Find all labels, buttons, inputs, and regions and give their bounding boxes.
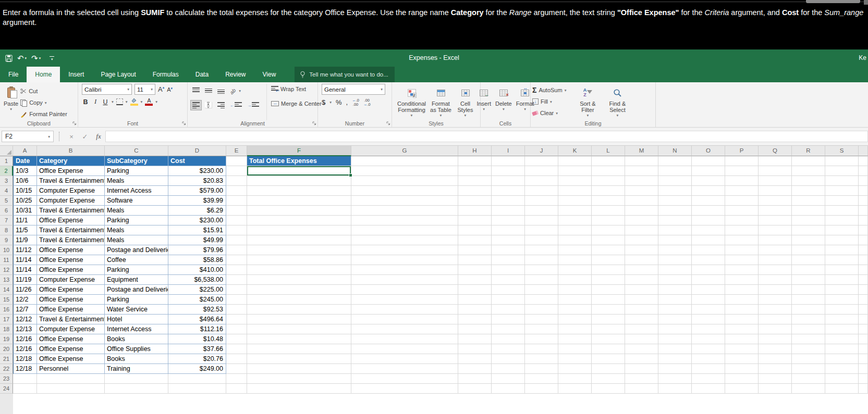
cell-I15[interactable] <box>492 295 525 305</box>
tab-insert[interactable]: Insert <box>60 67 92 82</box>
cell-G20[interactable] <box>351 344 458 354</box>
number-format-combo[interactable]: General ▾ <box>322 84 385 95</box>
col-header-C[interactable]: C <box>105 146 168 156</box>
cell-E13[interactable] <box>226 275 247 285</box>
cell-E4[interactable] <box>226 186 247 196</box>
cell-D4[interactable]: $579.00 <box>168 186 226 196</box>
cell-Q18[interactable] <box>759 324 792 334</box>
cell-R24[interactable] <box>792 384 825 394</box>
cell-E24[interactable] <box>226 384 247 394</box>
cell-O17[interactable] <box>692 315 725 324</box>
cell-R15[interactable] <box>792 295 825 305</box>
sort-filter-button[interactable]: AZ Sort & Filter ▾ <box>572 84 603 120</box>
chevron-down-icon[interactable]: ▾ <box>617 113 619 118</box>
cell-I11[interactable] <box>492 255 525 265</box>
cell-A7[interactable]: 11/1 <box>13 216 37 225</box>
cell-O22[interactable] <box>692 364 725 374</box>
cell-O11[interactable] <box>692 255 725 265</box>
autosum-button[interactable]: Σ AutoSum ▾ <box>532 85 566 95</box>
cell-O20[interactable] <box>692 344 725 354</box>
cell-N16[interactable] <box>658 305 692 315</box>
cell-D11[interactable]: $58.86 <box>168 255 226 265</box>
cell-L12[interactable] <box>592 265 625 275</box>
cell-H6[interactable] <box>458 206 492 216</box>
cell-N18[interactable] <box>658 324 692 334</box>
insert-cells-button[interactable]: ← Insert ▾ <box>474 84 493 120</box>
cell-H23[interactable] <box>458 374 492 384</box>
cell-L10[interactable] <box>592 245 625 255</box>
cell-H11[interactable] <box>458 255 492 265</box>
cell-A11[interactable]: 11/14 <box>13 255 37 265</box>
cell-G14[interactable] <box>351 285 458 295</box>
cell-O19[interactable] <box>692 334 725 344</box>
cell-E11[interactable] <box>226 255 247 265</box>
row-header-24[interactable]: 24 <box>0 384 13 394</box>
cell-A24[interactable] <box>13 384 37 394</box>
cell-B20[interactable]: Office Expense <box>37 344 105 354</box>
cell-I24[interactable] <box>492 384 525 394</box>
cell-Q19[interactable] <box>759 334 792 344</box>
cell-N1[interactable] <box>658 156 692 166</box>
cell-A3[interactable]: 10/6 <box>13 176 37 186</box>
cell-A19[interactable]: 12/16 <box>13 334 37 344</box>
row-header-20[interactable]: 20 <box>0 344 13 354</box>
cell-B7[interactable]: Office Expense <box>37 216 105 225</box>
cell-R6[interactable] <box>792 206 825 216</box>
cell-O3[interactable] <box>692 176 725 186</box>
cell-H19[interactable] <box>458 334 492 344</box>
cell-M24[interactable] <box>625 384 658 394</box>
cell-I16[interactable] <box>492 305 525 315</box>
chevron-down-icon[interactable]: ▾ <box>112 99 114 104</box>
cell-C7[interactable]: Parking <box>105 216 168 225</box>
font-color-button[interactable]: A <box>145 98 153 106</box>
cell-M16[interactable] <box>625 305 658 315</box>
cell-I2[interactable] <box>492 166 525 176</box>
cell-J6[interactable] <box>525 206 558 216</box>
cell-O13[interactable] <box>692 275 725 285</box>
cell-R3[interactable] <box>792 176 825 186</box>
cell-M5[interactable] <box>625 196 658 206</box>
cell-A16[interactable]: 12/7 <box>13 305 37 315</box>
cell-A13[interactable]: 11/19 <box>13 275 37 285</box>
cell-G5[interactable] <box>351 196 458 206</box>
cell-J10[interactable] <box>525 245 558 255</box>
cell-P4[interactable] <box>725 186 759 196</box>
cell-I14[interactable] <box>492 285 525 295</box>
decrease-indent-button[interactable]: ← <box>228 100 244 110</box>
align-bottom-button[interactable] <box>215 85 227 96</box>
cell-N24[interactable] <box>658 384 692 394</box>
cell-B12[interactable]: Office Expense <box>37 265 105 275</box>
cell-L9[interactable] <box>592 235 625 245</box>
cell-B2[interactable]: Office Expense <box>37 166 105 176</box>
cell-G17[interactable] <box>351 315 458 324</box>
cell-E2[interactable] <box>226 166 247 176</box>
row-header-13[interactable]: 13 <box>0 275 13 285</box>
cell-G7[interactable] <box>351 216 458 225</box>
cell-H20[interactable] <box>458 344 492 354</box>
cell-N2[interactable] <box>658 166 692 176</box>
cell-K7[interactable] <box>558 216 592 225</box>
cell-Q4[interactable] <box>759 186 792 196</box>
cell-K12[interactable] <box>558 265 592 275</box>
cell-B1[interactable]: Category <box>37 156 105 166</box>
chevron-down-icon[interactable]: ▾ <box>440 113 442 118</box>
cell-D6[interactable]: $6.29 <box>168 206 226 216</box>
cell-J15[interactable] <box>525 295 558 305</box>
cell-Q12[interactable] <box>759 265 792 275</box>
cell-Q21[interactable] <box>759 354 792 364</box>
cell-P2[interactable] <box>725 166 759 176</box>
cell-D2[interactable]: $230.00 <box>168 166 226 176</box>
cell-L1[interactable] <box>592 156 625 166</box>
cell-O14[interactable] <box>692 285 725 295</box>
col-header-R[interactable]: R <box>792 146 825 156</box>
cell-S9[interactable] <box>825 235 859 245</box>
underline-button[interactable]: U <box>102 98 109 106</box>
chevron-down-icon[interactable]: ▾ <box>483 107 485 111</box>
cell-S5[interactable] <box>825 196 859 206</box>
cell-K20[interactable] <box>558 344 592 354</box>
cell-I3[interactable] <box>492 176 525 186</box>
cell-E20[interactable] <box>226 344 247 354</box>
cell-K11[interactable] <box>558 255 592 265</box>
cell-Q10[interactable] <box>759 245 792 255</box>
cell-D5[interactable]: $39.99 <box>168 196 226 206</box>
